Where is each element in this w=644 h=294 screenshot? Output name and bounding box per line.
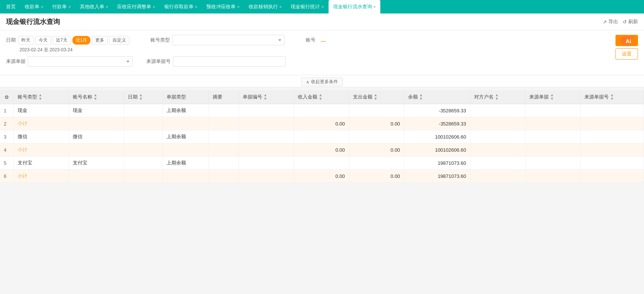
- table-cell: 小计: [14, 143, 69, 157]
- close-icon[interactable]: ×: [153, 0, 155, 13]
- table-cell: 0.00: [294, 170, 349, 183]
- close-icon[interactable]: ×: [237, 0, 239, 13]
- table-cell: 微信: [14, 130, 69, 143]
- table-cell: 支付宝: [14, 157, 69, 170]
- table-cell: [239, 130, 294, 143]
- th-account-type[interactable]: 账号类型 ▲▼: [14, 90, 69, 104]
- th-doc-type[interactable]: 单据类型: [162, 90, 209, 104]
- sort-icon: ▲▼: [39, 93, 42, 101]
- sort-icon: ▲▼: [419, 93, 423, 101]
- table-cell: 1: [0, 104, 14, 117]
- th-settings[interactable]: ⚙: [0, 90, 14, 104]
- account-type-select[interactable]: [172, 35, 285, 45]
- table-cell: [209, 130, 239, 143]
- table-cell: 0.00: [294, 117, 349, 130]
- th-counterparty[interactable]: 对方户名 ▲▼: [470, 90, 525, 104]
- account-type-filter: 账号类型: [150, 35, 285, 45]
- nav-receipt[interactable]: 收款单 ×: [20, 0, 48, 13]
- nav-home[interactable]: 首页: [2, 0, 20, 13]
- close-icon[interactable]: ×: [321, 0, 324, 13]
- th-doc-no[interactable]: 单据编号 ▲▼: [239, 90, 294, 104]
- table-cell: [239, 117, 294, 130]
- table-cell: 现金: [14, 104, 69, 117]
- table-cell: [162, 143, 209, 157]
- table-cell: [580, 104, 644, 117]
- data-table-container: ⚙ 账号类型 ▲▼ 账号名称 ▲▼ 日期: [0, 90, 644, 183]
- close-icon[interactable]: ×: [41, 0, 43, 13]
- date-btn-custom[interactable]: 自定义: [109, 36, 129, 45]
- date-btn-yesterday[interactable]: 昨天: [18, 36, 34, 45]
- date-btn-today[interactable]: 今天: [35, 36, 51, 45]
- export-icon: ↗: [603, 19, 607, 25]
- date-btn-more[interactable]: 更多: [92, 36, 108, 45]
- table-cell: [294, 157, 349, 170]
- refresh-button[interactable]: ↺ 刷新: [623, 18, 638, 25]
- th-source-doc[interactable]: 来源单据 ▲▼: [525, 90, 580, 104]
- th-expense[interactable]: 支出金额 ▲▼: [349, 90, 404, 104]
- table-cell: [294, 104, 349, 117]
- table-header-row: ⚙ 账号类型 ▲▼ 账号名称 ▲▼ 日期: [0, 90, 644, 104]
- nav-other-income[interactable]: 其他收入单 ×: [75, 0, 113, 13]
- close-icon[interactable]: ×: [68, 0, 71, 13]
- nav-bank-deposit[interactable]: 银行存取款单 ×: [160, 0, 202, 13]
- table-cell: -3528659.33: [404, 104, 470, 117]
- close-icon[interactable]: ×: [106, 0, 108, 13]
- th-balance[interactable]: 余额 ▲▼: [404, 90, 470, 104]
- source-doc-filter: 来源单据: [6, 56, 133, 67]
- table-cell: [349, 157, 404, 170]
- close-icon[interactable]: ×: [279, 0, 282, 13]
- table-cell: [209, 157, 239, 170]
- table-cell: [209, 104, 239, 117]
- sort-icon: ▲▼: [374, 93, 378, 101]
- table-cell: [239, 157, 294, 170]
- date-btn-7days[interactable]: 近7天: [53, 36, 71, 45]
- close-icon[interactable]: ×: [374, 0, 376, 13]
- table-cell: 现金: [69, 104, 124, 117]
- table-cell: [209, 170, 239, 183]
- table-cell: 100102606.60: [404, 143, 470, 157]
- table-cell: [294, 130, 349, 143]
- th-source-doc-no[interactable]: 来源单据号 ▲▼: [580, 90, 644, 104]
- settings-button[interactable]: 设置: [615, 48, 638, 60]
- sort-icon: ▲▼: [94, 93, 98, 101]
- filter-row-1: 日期 昨天 今天 近7天 近1月 更多 自定义 账号类型: [6, 35, 615, 45]
- account-filter: 账号 ...: [306, 37, 326, 43]
- export-button[interactable]: ↗ 导出: [603, 18, 618, 25]
- th-account-name[interactable]: 账号名称 ▲▼: [69, 90, 124, 104]
- table-cell: 小计: [14, 170, 69, 183]
- table-cell: [470, 157, 525, 170]
- sort-icon: ▲▼: [495, 93, 499, 101]
- collapse-button[interactable]: ∧ 收起更多条件: [301, 78, 343, 86]
- table-cell: [162, 117, 209, 130]
- nav-payment[interactable]: 付款单 ×: [48, 0, 75, 13]
- date-btn-1month[interactable]: 近1月: [72, 36, 91, 45]
- table-cell: [470, 130, 525, 143]
- table-cell: [209, 143, 239, 157]
- th-income[interactable]: 收入金额 ▲▼: [294, 90, 349, 104]
- table-row: 1现金现金上期余额-3528659.33: [0, 104, 644, 117]
- table-cell: [124, 104, 162, 117]
- header-actions: ↗ 导出 ↺ 刷新: [603, 18, 638, 25]
- page-header: 现金银行流水查询 ↗ 导出 ↺ 刷新: [0, 13, 644, 30]
- ai-badge[interactable]: Ai: [620, 36, 636, 46]
- th-summary[interactable]: 摘要: [209, 90, 239, 104]
- sort-icon: ▲▼: [610, 93, 614, 101]
- source-doc-no-label: 来源单据号: [146, 58, 171, 65]
- table-cell: [470, 170, 525, 183]
- th-date[interactable]: 日期 ▲▼: [124, 90, 162, 104]
- source-doc-no-input[interactable]: [173, 56, 285, 67]
- table-cell: [580, 117, 644, 130]
- nav-collection-exec[interactable]: 收款核销执行 ×: [244, 0, 286, 13]
- table-cell: 0.00: [349, 143, 404, 157]
- table-cell: 3: [0, 130, 14, 143]
- table-cell: [124, 130, 162, 143]
- table-row: 6小计0.000.0019871073.60: [0, 170, 644, 183]
- nav-prepayment[interactable]: 预收冲应收单 ×: [202, 0, 244, 13]
- nav-cash-bank-stats[interactable]: 现金银行统计 ×: [286, 0, 328, 13]
- close-icon[interactable]: ×: [195, 0, 197, 13]
- nav-cash-bank-flow[interactable]: 现金银行流水查询 ×: [329, 0, 380, 13]
- collapse-icon: ∧: [306, 79, 309, 85]
- account-ellipsis[interactable]: ...: [321, 37, 326, 43]
- source-doc-select[interactable]: [28, 56, 133, 67]
- nav-ar-ap-adjustment[interactable]: 应收应付调整单 ×: [113, 0, 159, 13]
